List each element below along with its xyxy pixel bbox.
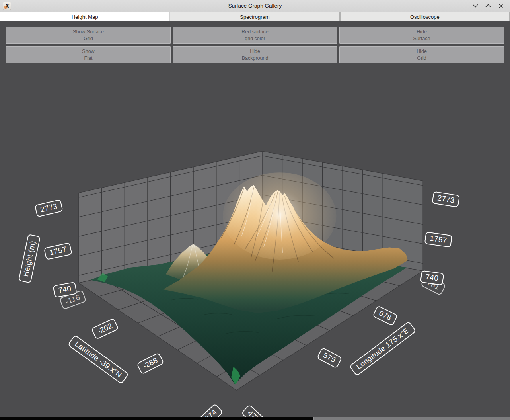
surface-plot-3d[interactable]: [0, 21, 510, 420]
close-button[interactable]: [496, 2, 505, 10]
show-flat-button[interactable]: Show Flat: [6, 46, 171, 63]
hide-grid-button[interactable]: Hide Grid: [339, 46, 504, 63]
app-menu-icon[interactable]: X: [3, 2, 11, 10]
hide-surface-button[interactable]: Hide Surface: [339, 27, 504, 44]
show-surface-grid-button[interactable]: Show Surface Grid: [6, 27, 171, 44]
hide-background-button[interactable]: Hide Background: [173, 46, 337, 63]
tab-bar: Height Map Spectrogram Oscilloscope: [0, 12, 510, 21]
surface-grid-color-button[interactable]: Red surface grid color: [173, 27, 337, 44]
window-title: Surface Graph Gallery: [0, 3, 510, 9]
tab-height-map[interactable]: Height Map: [0, 12, 169, 21]
bottom-strip-light: [313, 417, 510, 420]
x11-logo-icon: X: [5, 3, 9, 9]
bottom-strip-dark: [0, 417, 313, 420]
chevron-down-icon: [473, 4, 478, 8]
shade-button[interactable]: [471, 2, 480, 10]
chevron-up-icon: [485, 4, 491, 8]
toolbar: Show Surface Grid Red surface grid color…: [0, 21, 510, 63]
close-icon: [498, 4, 503, 8]
sunlight-glow: [223, 172, 336, 260]
title-bar: X Surface Graph Gallery: [0, 0, 510, 12]
maximize-button[interactable]: [484, 2, 492, 10]
window-controls: [471, 2, 510, 10]
bottom-edge-strip: [0, 417, 510, 420]
tab-spectrogram[interactable]: Spectrogram: [170, 12, 339, 21]
tab-oscilloscope[interactable]: Oscilloscope: [340, 12, 510, 21]
